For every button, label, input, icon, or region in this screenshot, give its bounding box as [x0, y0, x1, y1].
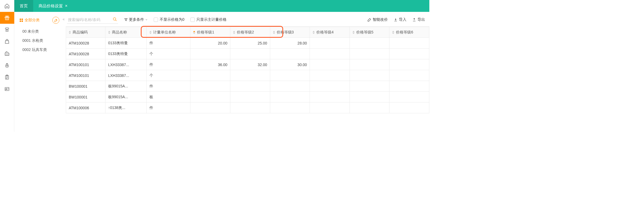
cell-code: BW100001 — [66, 81, 105, 92]
nav-building-icon[interactable] — [0, 47, 14, 59]
cell-p4[interactable] — [310, 92, 350, 103]
table-row[interactable]: ATM1000280133奥特曼件20.0025.0028.00 — [66, 38, 429, 49]
nav-clipboard-icon[interactable] — [0, 71, 14, 83]
cell-code: BW100001 — [66, 92, 105, 103]
category-item[interactable]: 0002 玩具车类 — [17, 45, 61, 54]
cell-unit: 个 — [146, 70, 190, 81]
only-main-unit-checkbox[interactable]: 只显示主计量价格 — [190, 17, 227, 22]
search-input[interactable] — [67, 16, 118, 24]
nav-home-icon[interactable] — [0, 0, 14, 12]
export-button[interactable]: 导出 — [412, 17, 425, 22]
cell-p5[interactable] — [350, 38, 389, 49]
cell-p3[interactable] — [270, 81, 310, 92]
close-icon[interactable]: × — [65, 4, 67, 8]
cell-p3[interactable] — [270, 70, 310, 81]
table-row[interactable]: BW100001板99015A...板 — [66, 92, 429, 103]
nav-money-bag-icon[interactable]: ¥ — [0, 59, 14, 71]
cell-p6[interactable] — [389, 49, 429, 59]
cell-p5[interactable] — [350, 49, 389, 59]
nav-contact-icon[interactable] — [0, 83, 14, 95]
col-header-name[interactable]: 商品名称 — [105, 27, 146, 38]
cell-unit: 件 — [146, 81, 190, 92]
import-button[interactable]: 导入 — [394, 17, 406, 22]
cell-p4[interactable] — [310, 70, 350, 81]
cell-p6[interactable] — [389, 70, 429, 81]
col-header-unit[interactable]: 计量单位名称 — [146, 27, 190, 38]
cell-p6[interactable] — [389, 59, 429, 70]
cell-p1[interactable] — [190, 70, 230, 81]
cell-p5[interactable] — [350, 81, 389, 92]
cell-p2[interactable] — [230, 103, 270, 113]
cell-p2[interactable] — [230, 49, 270, 59]
cell-p6[interactable] — [389, 81, 429, 92]
table-row[interactable]: BW100001板99015A...件 — [66, 81, 429, 92]
col-header-p6[interactable]: 价格等级6 — [389, 27, 429, 38]
tab-price-settings[interactable]: 商品价格设置 × — [33, 0, 73, 12]
cell-p5[interactable] — [350, 70, 389, 81]
col-header-p1[interactable]: 价格等级1 — [190, 27, 230, 38]
col-header-p5[interactable]: 价格等级5 — [350, 27, 389, 38]
table-row[interactable]: ATM100101LXH33387...个 — [66, 70, 429, 81]
category-item[interactable]: 00 未分类 — [17, 27, 61, 36]
cell-code: ATM100101 — [66, 70, 105, 81]
left-nav-rail: $ ¥ — [0, 0, 14, 132]
cell-p3[interactable]: 30.00 — [270, 59, 310, 70]
cell-p2[interactable] — [230, 92, 270, 103]
grid-icon — [20, 19, 23, 22]
cell-p1[interactable] — [190, 103, 230, 113]
table-row[interactable]: ATM1000280133奥特曼个 — [66, 49, 429, 59]
nav-gift-icon[interactable] — [0, 12, 14, 24]
sidebar-title[interactable]: 全部分类 — [20, 18, 51, 23]
cell-code: ATM100101 — [66, 59, 105, 70]
cell-p6[interactable] — [389, 103, 429, 113]
cell-p3[interactable] — [270, 49, 310, 59]
toolbar: 更多条件 不显示价格为0 只显示主计量价格 智能改价 — [66, 15, 429, 26]
cell-p4[interactable] — [310, 49, 350, 59]
cell-code: ATM100028 — [66, 49, 105, 59]
cell-name: ↑0138奥... — [105, 103, 146, 113]
search-icon[interactable] — [113, 17, 117, 22]
hide-zero-price-checkbox[interactable]: 不显示价格为0 — [154, 17, 184, 22]
col-header-p3[interactable]: 价格等级3 — [270, 27, 310, 38]
cell-p1[interactable]: 20.00 — [190, 38, 230, 49]
cell-p6[interactable] — [389, 92, 429, 103]
nav-bag-icon[interactable] — [0, 36, 14, 47]
col-header-p4[interactable]: 价格等级4 — [310, 27, 350, 38]
cell-p1[interactable] — [190, 81, 230, 92]
cell-p4[interactable] — [310, 103, 350, 113]
cell-name: LXH33387... — [105, 59, 146, 70]
cell-p1[interactable] — [190, 49, 230, 59]
tab-home[interactable]: 首页 — [14, 0, 33, 12]
cell-p3[interactable] — [270, 103, 310, 113]
export-icon — [412, 18, 416, 22]
cell-p5[interactable] — [350, 92, 389, 103]
col-header-code[interactable]: 商品编码 — [66, 27, 105, 38]
cell-p2[interactable]: 25.00 — [230, 38, 270, 49]
cell-p4[interactable] — [310, 81, 350, 92]
cell-p6[interactable] — [389, 38, 429, 49]
cell-name: 0133奥特曼 — [105, 49, 146, 59]
cell-p3[interactable] — [270, 92, 310, 103]
cell-p5[interactable] — [350, 103, 389, 113]
svg-point-7 — [6, 88, 7, 89]
edit-category-button[interactable] — [52, 17, 59, 24]
table-row[interactable]: ATM100006↑0138奥...件 — [66, 103, 429, 113]
cell-p3[interactable]: 28.00 — [270, 38, 310, 49]
nav-shirt-icon[interactable]: $ — [0, 24, 14, 36]
col-header-p2[interactable]: 价格等级2 — [230, 27, 270, 38]
collapse-sidebar-button[interactable] — [61, 15, 66, 132]
import-icon — [394, 18, 398, 22]
cell-p4[interactable] — [310, 59, 350, 70]
cell-p1[interactable]: 36.00 — [190, 59, 230, 70]
cell-p2[interactable] — [230, 70, 270, 81]
more-conditions-button[interactable]: 更多条件 — [124, 17, 148, 22]
cell-p4[interactable] — [310, 38, 350, 49]
cell-p5[interactable] — [350, 59, 389, 70]
table-row[interactable]: ATM100101LXH33387...件36.0032.0030.00 — [66, 59, 429, 70]
cell-p2[interactable] — [230, 81, 270, 92]
smart-reprice-button[interactable]: 智能改价 — [368, 17, 388, 22]
cell-p2[interactable]: 32.00 — [230, 59, 270, 70]
category-item[interactable]: 0001 水枪类 — [17, 36, 61, 45]
cell-p1[interactable] — [190, 92, 230, 103]
tab-label: 首页 — [20, 4, 28, 9]
